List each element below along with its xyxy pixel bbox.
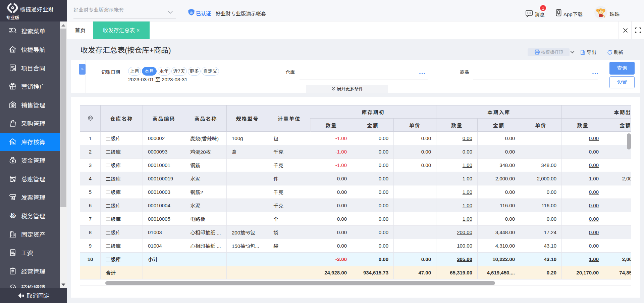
svg-text:企: 企 <box>190 9 193 14</box>
svg-text:税: 税 <box>11 212 15 217</box>
